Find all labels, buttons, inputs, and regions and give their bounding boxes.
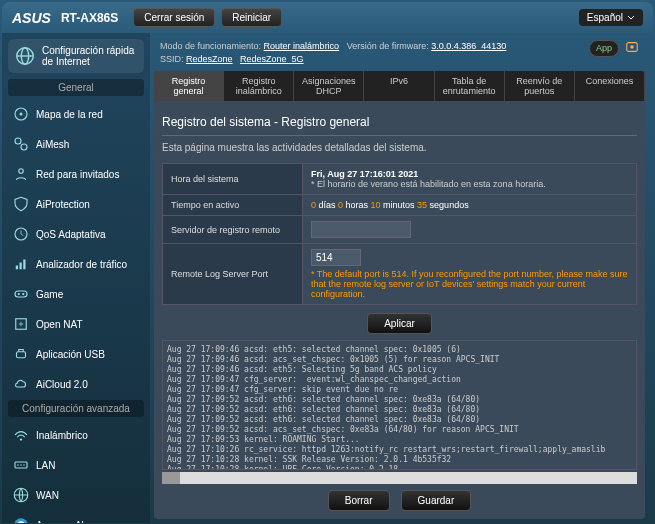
sidebar-icon: [12, 486, 30, 504]
sidebar-icon: [12, 195, 30, 213]
sidebar-icon: [12, 285, 30, 303]
sidebar-icon: [12, 135, 30, 153]
sidebar-item-mapa-de-la-red[interactable]: Mapa de la red: [8, 100, 144, 128]
sidebar-item-wan[interactable]: WAN: [8, 481, 144, 509]
log-textarea[interactable]: Aug 27 17:09:46 acsd: eth5: selected cha…: [162, 340, 637, 470]
sidebar-item-label: Aplicación USB: [36, 349, 105, 360]
sidebar-item-aimesh[interactable]: AiMesh: [8, 130, 144, 158]
sidebar-icon: [12, 225, 30, 243]
svg-point-5: [15, 138, 21, 144]
tab-ipv6[interactable]: IPv6: [364, 71, 434, 101]
sidebar-icon: [12, 345, 30, 363]
globe-icon: [14, 45, 36, 67]
settings-table: Hora del sistema Fri, Aug 27 17:16:01 20…: [162, 163, 637, 305]
model-name: RT-AX86S: [61, 11, 118, 25]
ssid-label: SSID:: [160, 54, 184, 64]
svg-point-14: [18, 293, 20, 295]
remote-port-input[interactable]: [311, 249, 361, 266]
tab-reenv-o-de-puertos[interactable]: Reenvío de puertos: [505, 71, 575, 101]
svg-point-18: [20, 438, 22, 440]
tab-asignaciones-dhcp[interactable]: Asignaciones DHCP: [294, 71, 364, 101]
sidebar-item-inal-mbrico[interactable]: Inalámbrico: [8, 421, 144, 449]
tab-conexiones[interactable]: Conexiones: [575, 71, 645, 101]
sidebar-icon: [12, 255, 30, 273]
reboot-button[interactable]: Reiniciar: [221, 8, 282, 27]
panel-desc: Esta página muestra las actividades deta…: [162, 142, 637, 153]
svg-point-15: [22, 293, 24, 295]
sidebar-item-qos-adaptativa[interactable]: QoS Adaptativa: [8, 220, 144, 248]
panel-title: Registro del sistema - Registro general: [162, 109, 637, 136]
sidebar: Configuración rápida de Internet General…: [2, 33, 150, 523]
systime-label: Hora del sistema: [163, 164, 303, 195]
ssid2-link[interactable]: RedesZone_5G: [240, 54, 304, 64]
sidebar-item-analizador-de-tr-fico[interactable]: Analizador de tráfico: [8, 250, 144, 278]
log-scrollbar-horizontal[interactable]: [162, 472, 637, 484]
svg-rect-11: [20, 263, 22, 270]
sidebar-item-game[interactable]: Game: [8, 280, 144, 308]
sidebar-item-lan[interactable]: LAN: [8, 451, 144, 479]
language-selector[interactable]: Español: [579, 9, 643, 26]
svg-point-22: [23, 464, 25, 466]
sidebar-item-label: QoS Adaptativa: [36, 229, 106, 240]
svg-point-31: [630, 45, 634, 49]
apply-button[interactable]: Aplicar: [367, 313, 432, 334]
sidebar-item-label: WAN: [36, 490, 59, 501]
sidebar-item-label: Red para invitados: [36, 169, 119, 180]
sidebar-item-aplicaci-n-usb[interactable]: Aplicación USB: [8, 340, 144, 368]
sidebar-icon: [12, 315, 30, 333]
sidebar-item-label: LAN: [36, 460, 55, 471]
brand-logo: ASUS: [12, 10, 51, 26]
sidebar-quick-label: Configuración rápida de Internet: [42, 45, 138, 67]
sidebar-quick-setup[interactable]: Configuración rápida de Internet: [8, 39, 144, 73]
tab-registro-inal-mbrico[interactable]: Registro inalámbrico: [224, 71, 294, 101]
svg-point-21: [20, 464, 22, 466]
fw-label: Versión de firmware:: [347, 41, 429, 51]
sidebar-icon: [12, 426, 30, 444]
clear-button[interactable]: Borrar: [328, 490, 390, 511]
systime-value: Fri, Aug 27 17:16:01 2021: [311, 169, 418, 179]
tab-registro-general[interactable]: Registro general: [154, 71, 224, 101]
chevron-down-icon: [627, 14, 635, 22]
svg-rect-13: [15, 291, 27, 297]
systime-note: * El horario de verano está habilitado e…: [311, 179, 546, 189]
sidebar-item-amazon-alexa[interactable]: Amazon Alexa: [8, 511, 144, 523]
remote-server-input[interactable]: [311, 221, 411, 238]
sidebar-item-label: AiMesh: [36, 139, 69, 150]
svg-point-4: [20, 113, 23, 116]
tabs: Registro generalRegistro inalámbricoAsig…: [154, 71, 645, 101]
svg-line-7: [20, 143, 22, 145]
sidebar-item-label: Open NAT: [36, 319, 83, 330]
tab-tabla-de-enrutamiento[interactable]: Tabla de enrutamiento: [435, 71, 505, 101]
sidebar-icon: [12, 105, 30, 123]
sidebar-item-label: Analizador de tráfico: [36, 259, 127, 270]
sidebar-item-red-para-invitados[interactable]: Red para invitados: [8, 160, 144, 188]
svg-point-20: [17, 464, 19, 466]
notification-icon[interactable]: [625, 40, 639, 54]
sidebar-item-label: Amazon Alexa: [36, 520, 100, 524]
sidebar-section-advanced: Configuración avanzada: [8, 400, 144, 417]
sidebar-item-label: Inalámbrico: [36, 430, 88, 441]
mode-label: Modo de funcionamiento:: [160, 41, 261, 51]
uptime-label: Tiempo en activo: [163, 195, 303, 216]
sidebar-item-label: AiCloud 2.0: [36, 379, 88, 390]
mode-link[interactable]: Router inalámbrico: [264, 41, 340, 51]
app-pill[interactable]: App: [589, 40, 619, 57]
sidebar-item-aiprotection[interactable]: AiProtection: [8, 190, 144, 218]
fw-link[interactable]: 3.0.0.4.386_44130: [431, 41, 506, 51]
sidebar-icon: [12, 375, 30, 393]
sidebar-item-label: Game: [36, 289, 63, 300]
svg-rect-12: [23, 260, 25, 270]
remote-port-label: Remote Log Server Port: [163, 244, 303, 305]
sidebar-item-label: Mapa de la red: [36, 109, 103, 120]
logout-button[interactable]: Cerrar sesión: [133, 8, 215, 27]
sidebar-item-label: AiProtection: [36, 199, 90, 210]
remote-port-note: * The default port is 514. If you reconf…: [311, 269, 628, 299]
language-label: Español: [587, 12, 623, 23]
svg-rect-10: [16, 266, 18, 270]
sidebar-item-aicloud-2-0[interactable]: AiCloud 2.0: [8, 370, 144, 398]
sidebar-item-open-nat[interactable]: Open NAT: [8, 310, 144, 338]
sidebar-icon: [12, 456, 30, 474]
ssid1-link[interactable]: RedesZone: [186, 54, 233, 64]
svg-rect-17: [17, 352, 26, 358]
save-button[interactable]: Guardar: [401, 490, 472, 511]
